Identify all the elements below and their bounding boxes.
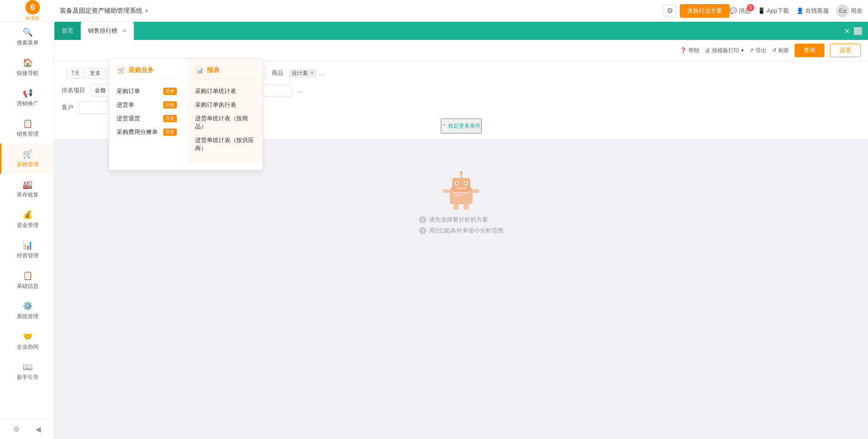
sidebar-item-marketing-label: 营销推广 — [17, 100, 39, 108]
print-label: 按模板打印 — [712, 47, 739, 54]
collapse-label: 收起更多条件 — [448, 122, 481, 130]
dropdown-item-purchase-expense[interactable]: 采购费用分摊单 历史 — [117, 125, 177, 139]
date-btn-more[interactable]: 更多 — [86, 68, 105, 79]
system-name: 装备及固定资产辅助管理系统 ▾ — [60, 7, 663, 15]
goods-tag-close[interactable]: ✕ — [310, 70, 314, 76]
tip-text-1: 请先选择要分析的方案 — [429, 216, 488, 224]
purchase-order-stats-label: 采购订单统计表 — [195, 87, 236, 95]
dropdown-item-purchase-order-stats[interactable]: 采购订单统计表 — [195, 84, 255, 98]
export-btn[interactable]: ↗ 导出 — [749, 47, 766, 54]
report-col-icon: 📊 — [195, 66, 204, 75]
query-btn[interactable]: 查询 — [795, 44, 824, 57]
help-label: 帮助 — [688, 47, 699, 54]
purchase-col-icon: 🛒 — [117, 66, 126, 75]
collapse-sidebar-icon[interactable]: ◀ — [35, 425, 41, 434]
inventory-icon: 🏭 — [23, 179, 33, 189]
tab-sales-rank-label: 销售排行榜 — [88, 27, 117, 35]
tip-dot-1: 1 — [419, 216, 426, 223]
collapse-up-icon: ⌃ — [442, 123, 446, 129]
sidebar-item-operations-label: 经营管理 — [17, 252, 39, 260]
sidebar-item-purchase[interactable]: 🛒 采购管理 — [0, 143, 54, 174]
sidebar-item-guide-label: 新手引导 — [17, 374, 39, 381]
dropdown-item-receive-stats-supplier[interactable]: 进货单统计表（按供应商） — [195, 133, 255, 155]
collapse-btn[interactable]: ⌃ 收起更多条件 — [441, 118, 482, 133]
sidebar-item-system-label: 系统管理 — [17, 313, 39, 321]
settings-bottom-icon[interactable]: ⚙ — [13, 425, 20, 434]
goods-filter: 设计素 ✕ ... — [289, 69, 325, 78]
svg-rect-13 — [454, 192, 469, 193]
sidebar-bottom: ⚙ ◀ — [0, 419, 54, 439]
logo-icon: 6 — [25, 0, 40, 15]
online-service-item[interactable]: 👤 在线客服 — [796, 7, 829, 15]
app-download-label: App下载 — [767, 7, 789, 15]
svg-point-5 — [465, 183, 467, 184]
tab-close-icon[interactable]: ✕ — [122, 28, 127, 34]
sidebar-item-search[interactable]: 🔍 搜索菜单 — [0, 22, 54, 52]
sidebar-item-finance[interactable]: 💰 资金管理 — [0, 204, 54, 235]
sidebar-item-enterprise[interactable]: 🤝 企业协同 — [0, 326, 54, 356]
tab-home[interactable]: 首页 — [54, 22, 81, 40]
sidebar: 🔍 搜索菜单 🏠 快捷导航 📢 营销推广 📋 销售管理 🛒 采购管理 🏭 库存核… — [0, 22, 54, 439]
purchase-expense-label: 采购费用分摊单 — [117, 128, 158, 136]
sidebar-item-basic-info-label: 基础信息 — [17, 282, 39, 290]
tip-dot-2: 2 — [419, 227, 426, 234]
app-download-item[interactable]: 📱 App下载 — [758, 7, 789, 15]
help-btn[interactable]: ❓ 帮助 — [680, 47, 699, 54]
dropdown-item-receive-return[interactable]: 进货退货 历史 — [117, 112, 177, 125]
logo-area: 6 标准版 — [5, 0, 60, 21]
robot-svg — [439, 167, 484, 212]
sidebar-item-system[interactable]: ⚙️ 系统管理 — [0, 296, 54, 326]
tab-bar-right: ✕ ⬜ — [844, 27, 868, 35]
goods-dots-btn[interactable]: ... — [319, 69, 325, 77]
dropdown-item-receive[interactable]: 进货单 历史 — [117, 98, 177, 112]
tab-sales-rank[interactable]: 销售排行榜 ✕ — [81, 22, 134, 40]
receive-stats-goods-label: 进货单统计表（按商品） — [195, 114, 255, 131]
user-item[interactable]: Ea 用友 — [836, 5, 863, 17]
tab-close-all-icon[interactable]: ✕ — [844, 27, 850, 35]
refresh-icon: ↺ — [772, 47, 776, 54]
content-area: 首页 销售排行榜 ✕ ✕ ⬜ ❓ 帮助 🖨 按模板打印 — [54, 22, 868, 439]
message-item[interactable]: 💬 消息 5 — [730, 7, 751, 15]
sales-icon: 📋 — [23, 118, 33, 128]
purchase-icon: 🛒 — [23, 149, 33, 159]
sidebar-item-guide[interactable]: 📖 新手引导 — [0, 356, 54, 387]
industry-btn[interactable]: 体验行业方案 — [680, 4, 730, 18]
sidebar-item-inventory[interactable]: 🏭 库存核算 — [0, 174, 54, 204]
finance-icon: 💰 — [23, 210, 33, 220]
sidebar-item-search-label: 搜索菜单 — [17, 39, 39, 47]
report-col: 📊 报表 采购订单统计表 采购订单执行表 进货单统计表（按商品） 进货单统计表（… — [188, 59, 263, 163]
header-settings-icon[interactable]: ⚙ — [663, 5, 676, 17]
salesperson-dots-btn[interactable]: ... — [297, 86, 303, 94]
dropdown-item-purchase-order-exec[interactable]: 采购订单执行表 — [195, 98, 255, 112]
purchase-expense-history-badge: 历史 — [163, 128, 177, 136]
tab-expand-icon[interactable]: ⬜ — [853, 27, 863, 35]
sidebar-item-purchase-label: 采购管理 — [17, 161, 39, 168]
empty-icon — [439, 167, 484, 212]
settings-btn[interactable]: 设置 — [830, 44, 861, 57]
refresh-btn[interactable]: ↺ 刷新 — [772, 47, 789, 54]
sidebar-item-basic-info[interactable]: 📋 基础信息 — [0, 265, 54, 296]
purchase-order-exec-label: 采购订单执行表 — [195, 101, 236, 109]
sidebar-item-operations[interactable]: 📊 经营管理 — [0, 235, 54, 265]
print-btn[interactable]: 🖨 按模板打印 ▾ — [705, 47, 744, 54]
date-btn-7days[interactable]: 7天 — [67, 68, 84, 79]
page-content: ❓ 帮助 🖨 按模板打印 ▾ ↗ 导出 ↺ 刷新 查询 设置 — [54, 40, 868, 439]
purchase-col: 🛒 采购业务 采购订单 历史 进货单 历史 进货退货 历史 — [117, 66, 177, 163]
sidebar-item-sales[interactable]: 📋 销售管理 — [0, 113, 54, 143]
sidebar-item-marketing[interactable]: 📢 营销推广 — [0, 83, 54, 113]
service-icon: 👤 — [796, 7, 804, 14]
dropdown-item-purchase-order[interactable]: 采购订单 历史 — [117, 84, 177, 98]
customer-label: 客户 — [62, 104, 73, 112]
print-icon: 🖨 — [705, 47, 710, 54]
rank-label: 排名项目 — [62, 86, 85, 94]
export-label: 导出 — [756, 47, 766, 54]
system-dropdown-icon[interactable]: ▾ — [145, 8, 148, 14]
top-header: 6 标准版 装备及固定资产辅助管理系统 ▾ ⚙ 体验行业方案 💬 消息 5 📱 … — [0, 0, 868, 22]
receive-stats-supplier-label: 进货单统计表（按供应商） — [195, 136, 255, 153]
avatar: Ea — [836, 5, 849, 17]
sidebar-item-quick-nav[interactable]: 🏠 快捷导航 — [0, 52, 54, 83]
svg-point-4 — [456, 183, 458, 184]
goods-label: 商品 — [272, 69, 283, 77]
dropdown-item-receive-stats-goods[interactable]: 进货单统计表（按商品） — [195, 112, 255, 133]
basic-info-icon: 📋 — [23, 271, 33, 281]
